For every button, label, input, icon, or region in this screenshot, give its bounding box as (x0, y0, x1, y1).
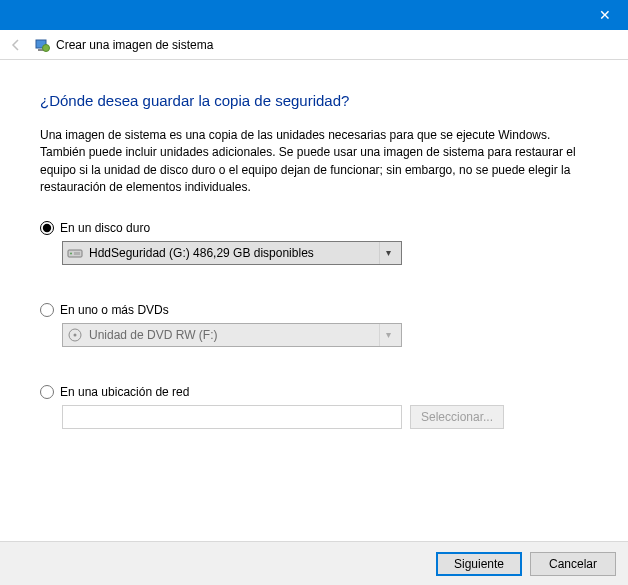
close-icon: ✕ (599, 7, 611, 23)
wizard-content: ¿Dónde desea guardar la copia de segurid… (0, 60, 628, 477)
hard-drive-icon (67, 245, 83, 261)
window-titlebar: ✕ (0, 0, 628, 30)
system-image-icon (34, 37, 50, 53)
svg-point-2 (43, 44, 50, 51)
radio-network-label: En una ubicación de red (60, 385, 189, 399)
radio-network[interactable] (40, 385, 54, 399)
wizard-title: Crear una imagen de sistema (56, 38, 213, 52)
radio-hard-disk[interactable] (40, 221, 54, 235)
next-button[interactable]: Siguiente (436, 552, 522, 576)
svg-point-4 (70, 252, 72, 254)
back-arrow-icon (8, 37, 24, 53)
svg-rect-5 (74, 252, 80, 255)
hard-disk-select[interactable]: HddSeguridad (G:) 486,29 GB disponibles … (62, 241, 402, 265)
wizard-header: Crear una imagen de sistema (0, 30, 628, 60)
close-button[interactable]: ✕ (582, 0, 628, 30)
option-network: En una ubicación de red Seleccionar... (40, 385, 588, 429)
dvd-select: Unidad de DVD RW (F:) ▾ (62, 323, 402, 347)
dvd-drive-icon (67, 327, 83, 343)
page-heading: ¿Dónde desea guardar la copia de segurid… (40, 92, 588, 109)
radio-dvd[interactable] (40, 303, 54, 317)
chevron-down-icon: ▾ (379, 324, 397, 346)
option-dvd: En uno o más DVDs Unidad de DVD RW (F:) … (40, 303, 588, 347)
radio-hard-disk-label: En un disco duro (60, 221, 150, 235)
wizard-footer: Siguiente Cancelar (0, 541, 628, 585)
page-description: Una imagen de sistema es una copia de la… (40, 127, 588, 197)
hard-disk-select-value: HddSeguridad (G:) 486,29 GB disponibles (89, 246, 373, 260)
network-path-input (62, 405, 402, 429)
chevron-down-icon: ▾ (379, 242, 397, 264)
radio-dvd-label: En uno o más DVDs (60, 303, 169, 317)
option-hard-disk: En un disco duro HddSeguridad (G:) 486,2… (40, 221, 588, 265)
back-button[interactable] (4, 33, 28, 57)
svg-point-7 (74, 333, 77, 336)
dvd-select-value: Unidad de DVD RW (F:) (89, 328, 373, 342)
cancel-button[interactable]: Cancelar (530, 552, 616, 576)
browse-button: Seleccionar... (410, 405, 504, 429)
